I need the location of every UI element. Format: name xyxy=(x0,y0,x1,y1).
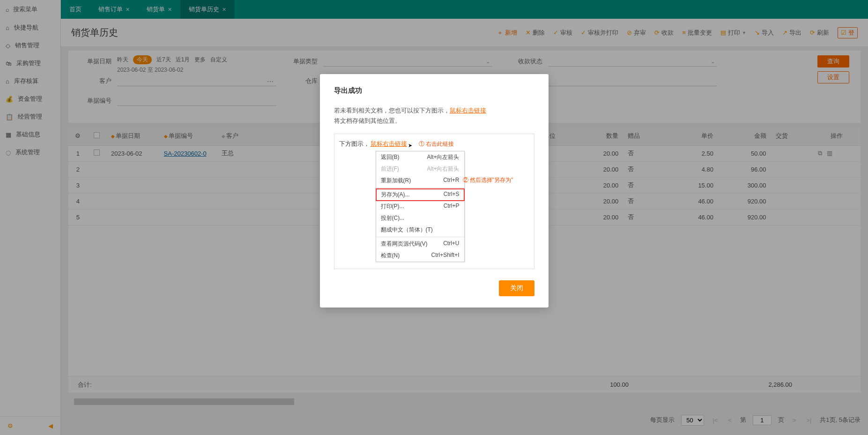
ctx-item: 重新加载(R)Ctrl+R xyxy=(376,175,464,187)
tip-2: ② 然后选择"另存为" xyxy=(463,176,513,184)
ctx-item: 查看网页源代码(V)Ctrl+U xyxy=(376,238,464,250)
close-button[interactable]: 关闭 xyxy=(499,280,534,296)
ctx-item: 投射(C)... xyxy=(376,212,464,224)
ctx-item: 翻成中文（简体）(T) xyxy=(376,224,464,236)
tip-1: ① 右击此链接 xyxy=(419,140,454,148)
ctx-item: 返回(B)Alt+向左箭头 xyxy=(376,151,464,163)
ctx-item: 打印(P)...Ctrl+P xyxy=(376,201,464,212)
cursor-icon: ➤ xyxy=(408,142,412,149)
demo-illustration: 下方图示，鼠标右击链接 ➤ ① 右击此链接 返回(B)Alt+向左箭头前进(F)… xyxy=(334,134,534,269)
demo-link: 鼠标右击链接 xyxy=(371,140,407,148)
modal-title: 导出成功 xyxy=(334,86,534,95)
right-click-link[interactable]: 鼠标右击链接 xyxy=(450,107,486,114)
export-success-modal: 导出成功 若未看到相关文档，您也可以按下方图示，鼠标右击链接 将文档存储到其他位… xyxy=(320,74,549,308)
ctx-item: 前进(F)Alt+向右箭头 xyxy=(376,163,464,175)
modal-overlay: 导出成功 若未看到相关文档，您也可以按下方图示，鼠标右击链接 将文档存储到其他位… xyxy=(0,0,868,435)
ctx-item: 检查(N)Ctrl+Shift+I xyxy=(376,250,464,262)
modal-body-text: 若未看到相关文档，您也可以按下方图示，鼠标右击链接 将文档存储到其他位置。 xyxy=(334,105,534,126)
ctx-item: 另存为(A)...Ctrl+S xyxy=(376,188,465,201)
context-menu-demo: 返回(B)Alt+向左箭头前进(F)Alt+向右箭头重新加载(R)Ctrl+R另… xyxy=(376,151,465,262)
